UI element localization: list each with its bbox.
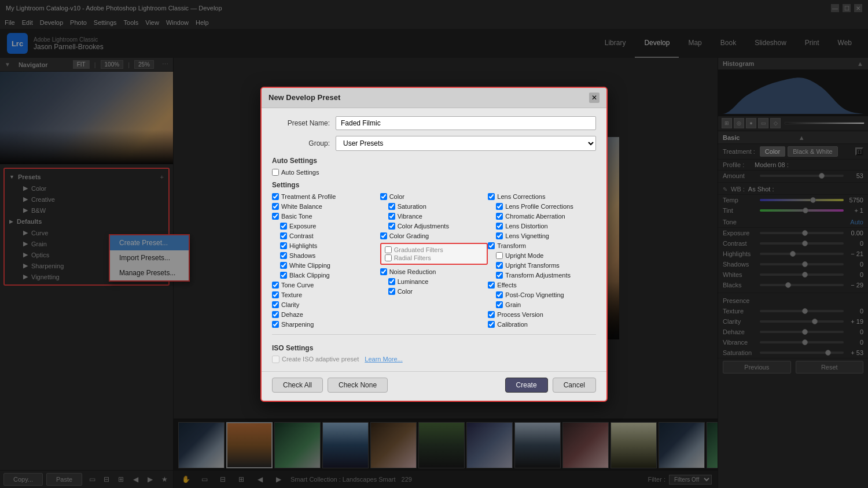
preset-name-row: Preset Name: [272, 116, 596, 130]
color-adjustments-checkbox[interactable] [388, 223, 395, 230]
noise-color-label: Color [398, 288, 413, 295]
tone-curve-checkbox[interactable] [272, 282, 279, 289]
color-grading-row: Color Grading [380, 232, 488, 240]
check-all-button[interactable]: Check All [272, 378, 323, 393]
graduated-filters-label: Graduated Filters [394, 246, 443, 253]
lens-distortion-label: Lens Distortion [505, 223, 547, 230]
shadows-checkbox[interactable] [280, 252, 287, 259]
check-none-button[interactable]: Check None [328, 378, 388, 393]
preset-name-label: Preset Name: [272, 119, 330, 127]
white-balance-checkbox[interactable] [272, 203, 279, 210]
process-version-row: Process Version [488, 310, 596, 319]
white-clipping-label: White Clipping [289, 262, 330, 269]
exposure-row-cb: Exposure [280, 222, 380, 230]
footer-left: Check All Check None [272, 378, 388, 393]
grain-checkbox[interactable] [496, 301, 503, 308]
create-button[interactable]: Create [505, 378, 548, 393]
effects-row: Effects [488, 281, 596, 289]
basic-tone-checkbox[interactable] [272, 213, 279, 220]
iso-adaptive-label: Create ISO adaptive preset [282, 356, 359, 363]
color-adjustments-row: Color Adjustments [388, 222, 488, 230]
clarity-row-cb: Clarity [272, 301, 380, 309]
preset-name-input[interactable] [336, 116, 596, 130]
texture-row-cb: Texture [272, 291, 380, 299]
filter-highlight-box: Graduated Filters Radial Filters [380, 243, 488, 265]
group-select[interactable]: User Presets [336, 136, 596, 151]
upright-mode-row: Upright Mode [496, 252, 596, 260]
dialog-close-btn[interactable]: ✕ [589, 93, 599, 103]
process-version-label: Process Version [497, 311, 543, 318]
calibration-label: Calibration [497, 321, 528, 328]
luminance-checkbox[interactable] [388, 278, 395, 285]
dialog-title: New Develop Preset [269, 93, 589, 102]
noise-reduction-checkbox[interactable] [380, 268, 387, 275]
upright-mode-checkbox[interactable] [496, 252, 503, 259]
vibrance-row-cb: Vibrance [388, 212, 488, 220]
effects-checkbox[interactable] [488, 282, 495, 289]
color-checkbox[interactable] [380, 193, 387, 200]
black-clipping-label: Black Clipping [289, 272, 330, 279]
calibration-checkbox[interactable] [488, 321, 495, 328]
iso-settings-section: ISO Settings Create ISO adaptive preset … [272, 334, 596, 363]
new-develop-preset-dialog: New Develop Preset ✕ Preset Name: Group:… [260, 87, 608, 402]
dehaze-label-cb: Dehaze [281, 311, 303, 318]
graduated-filters-row: Graduated Filters [385, 246, 484, 254]
dialog-overlay: New Develop Preset ✕ Preset Name: Group:… [0, 0, 868, 488]
lens-vignetting-checkbox[interactable] [496, 232, 503, 239]
noise-color-checkbox[interactable] [388, 288, 395, 295]
upright-transforms-checkbox[interactable] [496, 262, 503, 269]
chromatic-aberration-row: Chromatic Aberration [496, 212, 596, 220]
settings-heading: Settings [272, 181, 596, 189]
learn-more-link[interactable]: Learn More... [365, 356, 402, 363]
texture-checkbox[interactable] [272, 291, 279, 298]
auto-settings-heading: Auto Settings [272, 157, 596, 165]
white-clipping-row: White Clipping [280, 261, 380, 269]
dehaze-checkbox[interactable] [272, 311, 279, 318]
transform-checkbox[interactable] [488, 242, 495, 249]
tone-curve-label: Tone Curve [281, 282, 314, 289]
saturation-checkbox[interactable] [388, 203, 395, 210]
lens-vignetting-label: Lens Vignetting [505, 232, 549, 239]
graduated-filters-checkbox[interactable] [385, 246, 392, 253]
contrast-checkbox[interactable] [280, 232, 287, 239]
upright-mode-label: Upright Mode [505, 252, 543, 259]
contrast-label-cb: Contrast [289, 232, 314, 239]
black-clipping-checkbox[interactable] [280, 272, 287, 279]
lens-profile-row: Lens Profile Corrections [496, 202, 596, 210]
cancel-button[interactable]: Cancel [553, 378, 596, 393]
iso-adaptive-checkbox[interactable] [272, 356, 279, 363]
lens-profile-checkbox[interactable] [496, 203, 503, 210]
treatment-profile-checkbox[interactable] [272, 193, 279, 200]
clarity-label-cb: Clarity [281, 301, 299, 308]
col2: Color Saturation Vibrance Color Adj [380, 193, 488, 328]
vibrance-checkbox[interactable] [388, 213, 395, 220]
color-label-cb: Color [389, 193, 404, 200]
highlights-checkbox[interactable] [280, 242, 287, 249]
exposure-checkbox[interactable] [280, 223, 287, 230]
sharpening-checkbox[interactable] [272, 321, 279, 328]
clarity-checkbox[interactable] [272, 301, 279, 308]
white-balance-label: White Balance [281, 203, 322, 210]
postcrop-vignetting-label: Post-Crop Vignetting [505, 291, 564, 298]
sharpening-label-cb: Sharpening [281, 321, 314, 328]
postcrop-vignetting-checkbox[interactable] [496, 291, 503, 298]
footer-right: Create Cancel [505, 378, 596, 393]
lens-distortion-checkbox[interactable] [496, 223, 503, 230]
white-clipping-checkbox[interactable] [280, 262, 287, 269]
radial-filters-checkbox[interactable] [385, 254, 392, 261]
iso-settings-heading: ISO Settings [272, 344, 596, 352]
lens-distortion-row: Lens Distortion [496, 222, 596, 230]
lens-corrections-checkbox[interactable] [488, 193, 495, 200]
basic-tone-row: Basic Tone [272, 212, 380, 220]
auto-settings-checkbox[interactable] [272, 169, 279, 176]
sharpening-row-cb: Sharpening [272, 320, 380, 328]
process-version-checkbox[interactable] [488, 311, 495, 318]
auto-settings-label: Auto Settings [281, 169, 319, 176]
chromatic-aberration-checkbox[interactable] [496, 213, 503, 220]
transform-adjustments-checkbox[interactable] [496, 272, 503, 279]
shadows-label-cb: Shadows [289, 252, 315, 259]
color-grading-checkbox[interactable] [380, 232, 387, 239]
saturation-row-cb: Saturation [388, 202, 488, 210]
transform-adjustments-label: Transform Adjustments [505, 272, 571, 279]
upright-transforms-label: Upright Transforms [505, 262, 560, 269]
